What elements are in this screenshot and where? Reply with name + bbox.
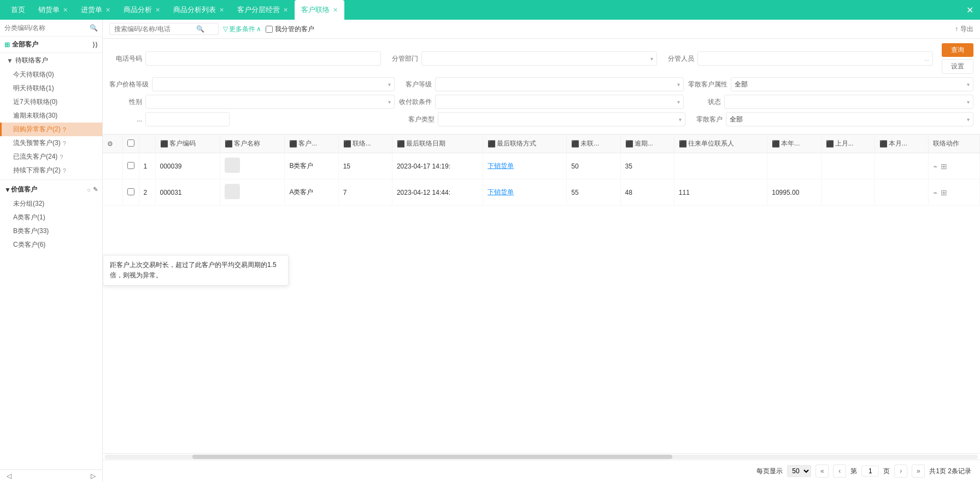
row1-checkbox[interactable] xyxy=(122,153,139,179)
retail-attr-select[interactable]: 全部 ▾ xyxy=(731,77,973,91)
nav-tab-sales[interactable]: 销货单 ✕ xyxy=(32,0,74,20)
price-grade-select[interactable]: ▾ xyxy=(152,77,395,91)
scroll-thumb[interactable] xyxy=(192,455,672,459)
setting-button[interactable]: 设置 xyxy=(942,59,973,74)
close-product-list-tab[interactable]: ✕ xyxy=(219,7,224,14)
col-gear[interactable]: ⚙ xyxy=(103,135,122,153)
sidebar-item-unclassified[interactable]: 未分组(32) xyxy=(0,197,102,211)
my-customer-check[interactable] xyxy=(266,26,273,33)
nav-tab-product-analysis[interactable]: 商品分析 ✕ xyxy=(117,0,167,20)
col-contact-count[interactable]: ⬛ 联络... xyxy=(338,135,392,153)
row2-last-method[interactable]: 下销货单 xyxy=(483,179,567,206)
col-code[interactable]: ⬛ 客户编码 xyxy=(155,135,220,153)
row2-link-icon[interactable]: ⌁ xyxy=(933,188,937,197)
row1-check[interactable] xyxy=(127,162,134,169)
col-last-date[interactable]: ⬛ 最后联络日期 xyxy=(392,135,483,153)
retail-customer-select[interactable]: 全部 ▾ xyxy=(726,112,973,126)
close-purchase-tab[interactable]: ✕ xyxy=(105,7,110,14)
col-overdue[interactable]: ⬛ 逾期... xyxy=(620,135,674,153)
close-segment-tab[interactable]: ✕ xyxy=(283,7,288,14)
export-button[interactable]: ↑ 导出 xyxy=(955,25,973,34)
next-page-button[interactable]: › xyxy=(894,464,907,478)
sidebar-item-overdue[interactable]: 逾期未联络(30) xyxy=(0,109,102,123)
status-select[interactable]: ▾ xyxy=(724,95,973,109)
query-button[interactable]: 查询 xyxy=(942,43,973,57)
scroll-track[interactable] xyxy=(105,455,978,459)
settings-gear-icon[interactable]: ⚙ xyxy=(107,140,113,148)
my-customer-checkbox[interactable]: 我分管的客户 xyxy=(266,25,314,34)
close-sales-tab[interactable]: ✕ xyxy=(63,7,68,14)
phone-input[interactable] xyxy=(145,51,381,66)
sidebar-search-icon[interactable]: 🔍 xyxy=(90,24,98,32)
col-this-year[interactable]: ⬛ 本年... xyxy=(767,135,821,153)
horizontal-scrollbar[interactable] xyxy=(103,453,980,460)
all-customers-header[interactable]: ⊞ 全部客户 ⟩⟩ xyxy=(0,37,102,53)
nav-tab-purchase[interactable]: 进货单 ✕ xyxy=(74,0,117,20)
first-page-button[interactable]: « xyxy=(815,464,829,478)
col-last-method[interactable]: ⬛ 最后联络方式 xyxy=(483,135,567,153)
main-search-input[interactable] xyxy=(114,25,196,33)
select-all-checkbox[interactable] xyxy=(127,140,134,147)
col-last-month[interactable]: ⬛ 上月... xyxy=(821,135,875,153)
window-close-button[interactable]: ✕ xyxy=(966,5,973,15)
collapse-sidebar-icon[interactable]: ⟩⟩ xyxy=(92,41,98,49)
row2-last-method-link[interactable]: 下销货单 xyxy=(488,188,514,196)
more-select[interactable] xyxy=(145,112,230,126)
close-product-analysis-tab[interactable]: ✕ xyxy=(155,7,160,14)
col-unpaid[interactable]: ⬛ 未联... xyxy=(567,135,620,153)
per-page-select[interactable]: 50 xyxy=(787,465,811,477)
customer-type-select[interactable]: ▾ xyxy=(438,112,685,126)
data-table-container[interactable]: ⚙ ⬛ 客户编码 xyxy=(103,135,980,453)
sidebar-nav-left-icon[interactable]: ◁ xyxy=(4,472,14,480)
col-name[interactable]: ⬛ 客户名称 xyxy=(220,135,284,153)
status-arrow-icon: ▾ xyxy=(967,99,970,105)
sidebar-nav-right-icon[interactable]: ▷ xyxy=(89,472,98,480)
sidebar-item-7days[interactable]: 近7天待联络(0) xyxy=(0,95,102,109)
main-search-icon[interactable]: 🔍 xyxy=(196,25,204,33)
dept-select[interactable]: ▾ xyxy=(421,51,657,66)
more-filter-button[interactable]: ▽ 更多条件 ∧ xyxy=(223,25,261,34)
row2-checkbox[interactable] xyxy=(122,179,139,206)
row2-check[interactable] xyxy=(127,188,134,195)
expand-triangle-icon: ▼ xyxy=(7,57,13,65)
payment-label: 收付款条件 xyxy=(399,97,432,107)
col-type[interactable]: ⬛ 客户... xyxy=(285,135,338,153)
customer-grade-select[interactable]: ▾ xyxy=(435,77,684,91)
row1-last-method[interactable]: 下销货单 xyxy=(483,153,567,179)
value-customer-group[interactable]: ▼ 价值客户 ○ ✎ xyxy=(0,182,102,197)
sidebar-item-class-b[interactable]: B类客户(33) xyxy=(0,224,102,238)
page-input[interactable] xyxy=(861,466,879,477)
sidebar-search-box[interactable]: 🔍 xyxy=(0,20,102,37)
row1-link-icon[interactable]: ⌁ xyxy=(933,162,937,171)
retail-customer-label: 零散客户 xyxy=(690,115,723,124)
sidebar-item-today[interactable]: 今天待联络(0) xyxy=(0,68,102,82)
prev-page-button[interactable]: ‹ xyxy=(833,464,846,478)
nav-tab-customer-contact[interactable]: 客户联络 ✕ xyxy=(295,0,344,20)
sidebar-item-class-a[interactable]: A类客户(1) xyxy=(0,211,102,224)
col-checkbox[interactable] xyxy=(122,135,139,153)
sidebar-search-input[interactable] xyxy=(4,24,87,32)
col-this-month[interactable]: ⬛ 本月... xyxy=(875,135,928,153)
nav-tab-home[interactable]: 首页 xyxy=(4,0,32,20)
sidebar-item-lost-preview[interactable]: 流失预警客户(3) ? xyxy=(0,136,102,150)
payment-select[interactable]: ▾ xyxy=(435,95,684,109)
row2-qr-icon[interactable]: ⊞ xyxy=(941,188,947,197)
close-contact-tab[interactable]: ✕ xyxy=(333,7,338,14)
sidebar-item-tomorrow[interactable]: 明天待联络(1) xyxy=(0,82,102,95)
main-search-box[interactable]: 🔍 xyxy=(109,23,219,35)
row1-last-method-link[interactable]: 下销货单 xyxy=(488,162,514,170)
pending-contact-group[interactable]: ▼ 待联络客户 xyxy=(0,53,102,68)
sidebar-item-class-c[interactable]: C类客户(6) xyxy=(0,238,102,252)
value-edit-icon[interactable]: ✎ xyxy=(93,186,98,193)
nav-tab-product-list[interactable]: 商品分析列表 ✕ xyxy=(167,0,231,20)
nav-tab-customer-segment[interactable]: 客户分层经营 ✕ xyxy=(231,0,295,20)
customer-type-arrow-icon: ▾ xyxy=(679,117,682,123)
col-unit-contact[interactable]: ⬛ 往来单位联系人 xyxy=(674,135,767,153)
person-select[interactable]: ... xyxy=(697,51,933,66)
sidebar-item-repurchase-abnormal[interactable]: 回购异常客户(2) ? xyxy=(0,123,102,136)
row1-qr-icon[interactable]: ⊞ xyxy=(941,162,947,171)
gender-select[interactable]: ▾ xyxy=(145,95,395,109)
sidebar-item-declining[interactable]: 持续下滑客户(2) ? xyxy=(0,164,102,177)
sidebar-item-already-lost[interactable]: 已流失客户(24) ? xyxy=(0,150,102,164)
last-page-button[interactable]: » xyxy=(912,464,925,478)
